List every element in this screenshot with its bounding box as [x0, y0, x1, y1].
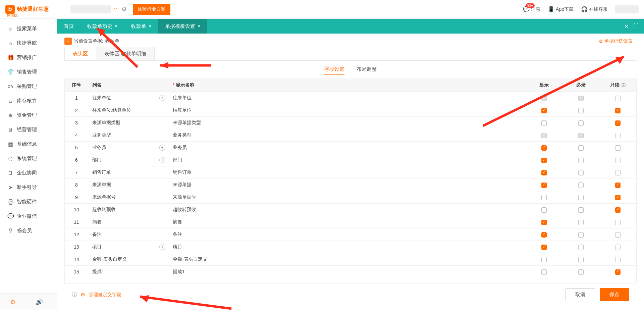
cell-display[interactable]: 超收转预收 — [169, 204, 526, 216]
sidebar-item[interactable]: 🗒企业协同 — [0, 166, 57, 180]
sidebar-item[interactable]: ⊕资金管理 — [0, 108, 57, 122]
tab[interactable]: 首页 — [57, 19, 80, 34]
cell-display[interactable]: 金额-表头自定义 — [169, 253, 526, 266]
cell-display[interactable]: 摘要 — [169, 216, 526, 228]
sidebar-item[interactable]: ◌系统管理 — [0, 151, 57, 166]
custom-fields-link[interactable]: 管理自定义字段 — [89, 292, 121, 298]
checkbox[interactable] — [578, 170, 584, 175]
save-button[interactable]: 保存 — [600, 288, 629, 301]
tab-close-all-icon[interactable]: ✕ — [624, 23, 629, 30]
tab[interactable]: 单据模板设置✕ — [158, 19, 207, 34]
checkbox[interactable] — [615, 257, 621, 262]
checkbox[interactable] — [615, 170, 621, 175]
checkbox[interactable] — [578, 145, 584, 151]
cell-display[interactable]: 提成1 — [169, 266, 526, 278]
checkbox[interactable] — [615, 120, 621, 126]
cell-display[interactable]: 来源单据号 — [169, 191, 526, 204]
checkbox[interactable] — [615, 96, 621, 101]
cell-display[interactable]: 业务类型 — [169, 129, 526, 142]
sidebar-item[interactable]: 👕销售管理 — [0, 65, 57, 79]
checkbox[interactable] — [541, 220, 547, 225]
checkbox[interactable] — [541, 170, 547, 175]
checkbox[interactable] — [578, 108, 584, 113]
checkbox[interactable] — [578, 158, 584, 163]
checkbox[interactable] — [615, 108, 621, 113]
checkbox[interactable] — [615, 232, 621, 238]
checkbox[interactable] — [541, 120, 547, 126]
checkbox[interactable] — [578, 183, 584, 188]
close-icon[interactable]: ✕ — [114, 24, 118, 29]
footer-gear-icon[interactable]: ⚙ — [10, 298, 15, 306]
cta-button[interactable]: 体验行业方案 — [133, 4, 170, 15]
sidebar-item[interactable]: ∇畅会员 — [0, 223, 57, 238]
add-icon[interactable]: + — [159, 145, 165, 151]
sidebar-item[interactable]: ⌂库存核算 — [0, 94, 57, 108]
app-download-link[interactable]: 📱 App下载 — [548, 6, 574, 12]
checkbox[interactable] — [615, 220, 621, 225]
checkbox[interactable] — [578, 232, 584, 238]
checkbox[interactable] — [615, 158, 621, 163]
cell-display[interactable]: 备注 — [169, 228, 526, 241]
sidebar-item[interactable]: ⌕搜索菜单 — [0, 21, 57, 36]
checkbox[interactable] — [541, 232, 547, 238]
cancel-button[interactable]: 取消 — [566, 288, 595, 301]
org-selector[interactable]: ﹀ — [70, 5, 118, 13]
checkbox[interactable] — [541, 145, 547, 151]
sidebar-item[interactable]: ▦基础信息 — [0, 137, 57, 151]
checkbox[interactable] — [615, 183, 621, 188]
checkbox[interactable] — [615, 133, 621, 138]
checkbox[interactable] — [615, 245, 621, 250]
checkbox[interactable] — [615, 145, 621, 151]
context-expand-icon[interactable]: » — [64, 38, 72, 45]
checkbox[interactable] — [578, 195, 584, 200]
help-icon[interactable]: ⓘ — [620, 83, 625, 88]
checkbox[interactable] — [541, 269, 547, 275]
sidebar-item[interactable]: 🗎经营管理 — [0, 122, 57, 137]
section-tab-body[interactable]: 表体区-收款单明细 — [96, 47, 155, 60]
cell-display[interactable]: 往来单位 — [169, 92, 526, 104]
checkbox[interactable] — [541, 158, 547, 163]
sidebar-item[interactable]: 🛍采购管理 — [0, 79, 57, 94]
footer-speaker-icon[interactable]: 🔊 — [36, 298, 43, 306]
customer-service-link[interactable]: 🎧 在线客服 — [581, 6, 608, 12]
fullscreen-icon[interactable]: ⛶ — [633, 23, 639, 29]
sidebar-item[interactable]: ➤新手引导 — [0, 180, 57, 195]
checkbox[interactable] — [578, 257, 584, 262]
checkbox[interactable] — [578, 245, 584, 250]
cell-display[interactable]: 销售订单 — [169, 166, 526, 179]
add-icon[interactable]: + — [159, 244, 165, 250]
checkbox[interactable] — [541, 195, 547, 200]
checkbox[interactable] — [541, 108, 547, 113]
user-avatar[interactable] — [615, 5, 639, 13]
tab[interactable]: 收款单✕ — [124, 19, 158, 34]
tab[interactable]: 收款单历史✕ — [80, 19, 124, 34]
cell-display[interactable]: 结算单位 — [169, 104, 526, 117]
sidebar-item[interactable]: 💬企业微信 — [0, 209, 57, 223]
cell-display[interactable]: 项目 — [169, 241, 526, 253]
close-icon[interactable]: ✕ — [197, 24, 201, 29]
checkbox[interactable] — [578, 269, 584, 275]
settings-icon[interactable]: ⚙ — [121, 6, 127, 13]
subtab-fields[interactable]: 字段设置 — [324, 66, 344, 75]
checkbox[interactable] — [541, 245, 547, 250]
checkbox[interactable] — [541, 257, 547, 262]
sidebar-item[interactable]: 🎁营销推广 — [0, 50, 57, 65]
help-icon[interactable]: ⓘ — [72, 291, 77, 298]
memory-settings-link[interactable]: ⚙ 单据记忆设置 — [599, 38, 637, 44]
add-icon[interactable]: + — [159, 95, 165, 101]
cell-display[interactable]: 来源单据 — [169, 179, 526, 191]
checkbox[interactable] — [578, 207, 584, 213]
checkbox[interactable] — [578, 220, 584, 225]
sidebar-item[interactable]: ⌚智能硬件 — [0, 195, 57, 209]
cell-display[interactable]: 部门 — [169, 154, 526, 166]
checkbox[interactable] — [615, 269, 621, 275]
cell-display[interactable]: 业务员 — [169, 142, 526, 154]
checkbox[interactable] — [615, 195, 621, 200]
subtab-layout[interactable]: 布局调整 — [357, 66, 377, 75]
checkbox[interactable] — [541, 207, 547, 213]
cell-display[interactable]: 来源单据类型 — [169, 117, 526, 129]
add-icon[interactable]: + — [159, 157, 165, 163]
sidebar-item[interactable]: ⌂快捷导航 — [0, 36, 57, 50]
section-tab-header[interactable]: 表头区 — [64, 47, 96, 60]
messages-link[interactable]: 💬 99+ 消息 — [523, 6, 540, 12]
